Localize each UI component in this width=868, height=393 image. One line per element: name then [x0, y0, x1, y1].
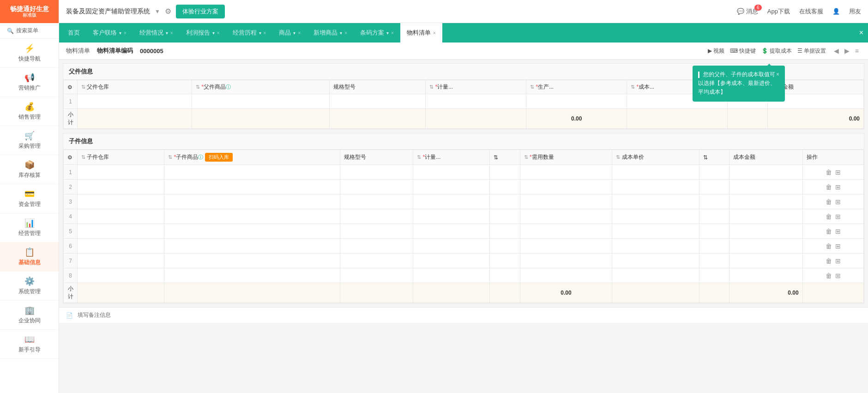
child-row-1-warehouse[interactable]	[78, 165, 164, 180]
child-row-3-spec[interactable]	[340, 194, 413, 209]
sidebar-item-finance[interactable]: 💳 资金管理	[0, 184, 59, 213]
child-row-8-copy-btn[interactable]: ⊞	[834, 272, 842, 279]
sidebar-item-marketing[interactable]: 📢 营销推广	[0, 68, 59, 97]
trial-button[interactable]: 体验行业方案	[176, 5, 225, 18]
parent-row-1-spec[interactable]	[329, 94, 425, 109]
child-row-6-copy-btn[interactable]: ⊞	[834, 242, 842, 250]
child-row-5-amount[interactable]	[729, 224, 802, 239]
child-row-3-amount[interactable]	[729, 194, 802, 209]
child-row-4-sort[interactable]	[489, 209, 520, 224]
child-row-3-warehouse[interactable]	[78, 194, 164, 209]
parent-row-1-unit[interactable]	[426, 94, 526, 109]
child-row-4-quantity[interactable]	[520, 209, 612, 224]
child-row-7-sort2[interactable]	[699, 254, 729, 268]
child-row-4-delete-btn[interactable]: 🗑	[825, 213, 833, 220]
doc-settings-btn[interactable]: ☰ 单据设置	[797, 47, 826, 55]
child-row-2-sort2[interactable]	[699, 180, 729, 194]
extract-cost-btn[interactable]: 💲 提取成本	[761, 47, 792, 55]
tab-barcode-close[interactable]: ×	[391, 30, 394, 36]
gear-icon[interactable]: ⚙	[165, 7, 171, 16]
child-row-5-copy-btn[interactable]: ⊞	[834, 228, 842, 235]
child-row-4-spec[interactable]	[340, 209, 413, 224]
tab-product[interactable]: 商品 ▾ ×	[272, 23, 307, 42]
tab-customer[interactable]: 客户联络 ▾ ×	[86, 23, 133, 42]
tooltip-close-btn[interactable]: ×	[776, 70, 779, 79]
tab-history-close[interactable]: ×	[264, 30, 266, 36]
child-row-6-sort[interactable]	[489, 239, 520, 254]
video-btn[interactable]: ▶ 视频	[708, 47, 724, 55]
sidebar-item-system[interactable]: ⚙️ 系统管理	[0, 272, 59, 301]
child-row-2-warehouse[interactable]	[78, 180, 164, 194]
child-row-4-warehouse[interactable]	[78, 209, 164, 224]
child-row-8-warehouse[interactable]	[78, 268, 164, 283]
online-service-btn[interactable]: 在线客服	[799, 7, 823, 16]
child-row-7-delete-btn[interactable]: 🗑	[825, 257, 833, 265]
child-row-2-copy-btn[interactable]: ⊞	[834, 183, 842, 191]
child-row-4-unit[interactable]	[413, 209, 490, 224]
child-row-6-product[interactable]	[164, 239, 340, 254]
child-row-1-unit[interactable]	[413, 165, 490, 180]
next-page-btn[interactable]: ▶	[842, 46, 852, 55]
child-row-7-warehouse[interactable]	[78, 254, 164, 268]
child-row-6-delete-btn[interactable]: 🗑	[825, 242, 833, 250]
close-all-tabs[interactable]: ×	[857, 29, 866, 37]
child-row-7-copy-btn[interactable]: ⊞	[834, 257, 842, 265]
child-row-1-delete-btn[interactable]: 🗑	[825, 169, 833, 176]
message-btn[interactable]: 💬 消息 6	[737, 7, 758, 16]
child-row-8-unit-cost[interactable]	[612, 268, 699, 283]
tab-bom-close[interactable]: ×	[433, 30, 436, 36]
child-row-2-unit[interactable]	[413, 180, 490, 194]
child-row-3-unit-cost[interactable]	[612, 194, 699, 209]
shortcut-btn[interactable]: ⌨ 快捷键	[730, 47, 756, 55]
user-name[interactable]: 用友	[849, 7, 861, 16]
parent-row-1-warehouse[interactable]	[78, 94, 192, 109]
expand-btn[interactable]: ≡	[853, 46, 861, 55]
child-row-6-spec[interactable]	[340, 239, 413, 254]
prev-page-btn[interactable]: ◀	[832, 46, 841, 55]
child-row-5-spec[interactable]	[340, 224, 413, 239]
child-row-1-unit-cost[interactable]	[612, 165, 699, 180]
child-row-3-unit[interactable]	[413, 194, 490, 209]
child-row-2-sort[interactable]	[489, 180, 520, 194]
tab-customer-close[interactable]: ×	[124, 30, 127, 36]
sidebar-item-purchase[interactable]: 🛒 采购管理	[0, 126, 59, 155]
child-row-8-delete-btn[interactable]: 🗑	[825, 272, 833, 279]
child-row-2-spec[interactable]	[340, 180, 413, 194]
child-row-5-sort[interactable]	[489, 224, 520, 239]
tab-product-close[interactable]: ×	[298, 30, 301, 36]
sidebar-item-search[interactable]: 🔍 搜索菜单	[0, 23, 59, 39]
child-row-7-unit-cost[interactable]	[612, 254, 699, 268]
child-row-3-delete-btn[interactable]: 🗑	[825, 198, 833, 206]
child-row-4-amount[interactable]	[729, 209, 802, 224]
parent-row-1-product[interactable]	[192, 94, 329, 109]
child-row-5-delete-btn[interactable]: 🗑	[825, 228, 833, 235]
parent-col-settings[interactable]: ⚙	[64, 80, 78, 94]
tab-operations[interactable]: 经营情况 ▾ ×	[133, 23, 180, 42]
child-row-8-sort2[interactable]	[699, 268, 729, 283]
child-row-7-unit[interactable]	[413, 254, 490, 268]
child-row-8-sort[interactable]	[489, 268, 520, 283]
tab-bom[interactable]: 物料清单 ×	[400, 23, 442, 42]
child-row-1-copy-btn[interactable]: ⊞	[834, 169, 842, 176]
child-row-6-amount[interactable]	[729, 239, 802, 254]
child-row-7-quantity[interactable]	[520, 254, 612, 268]
child-row-1-product[interactable]	[164, 165, 340, 180]
child-row-2-unit-cost[interactable]	[612, 180, 699, 194]
child-row-8-unit[interactable]	[413, 268, 490, 283]
child-row-8-quantity[interactable]	[520, 268, 612, 283]
breadcrumb-bom-list[interactable]: 物料清单	[66, 47, 90, 55]
child-row-8-spec[interactable]	[340, 268, 413, 283]
child-row-5-unit[interactable]	[413, 224, 490, 239]
child-row-8-amount[interactable]	[729, 268, 802, 283]
sidebar-item-enterprise[interactable]: 🏢 企业协同	[0, 301, 59, 330]
child-row-6-sort2[interactable]	[699, 239, 729, 254]
child-row-3-sort[interactable]	[489, 194, 520, 209]
child-row-1-amount[interactable]	[729, 165, 802, 180]
child-col-settings[interactable]: ⚙	[64, 150, 78, 165]
child-row-3-product[interactable]	[164, 194, 340, 209]
child-row-1-quantity[interactable]	[520, 165, 612, 180]
parent-row-1-production[interactable]	[526, 94, 627, 109]
child-row-4-sort2[interactable]	[699, 209, 729, 224]
sidebar-item-operations[interactable]: 📊 经营管理	[0, 213, 59, 242]
tab-profit[interactable]: 利润报告 ▾ ×	[180, 23, 226, 42]
